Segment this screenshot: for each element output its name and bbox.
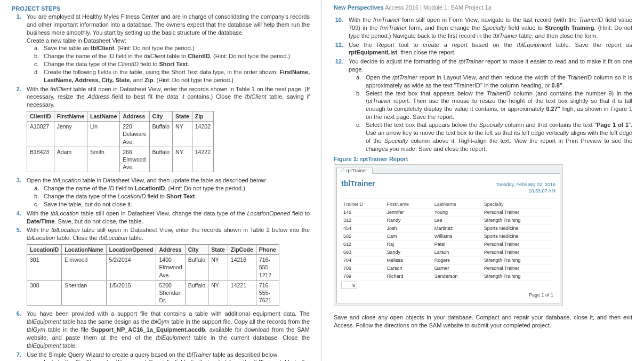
steps-left: 1. You are employed at Healthy Myles Fit… [12,13,310,361]
closing-instructions: Save and close any open objects in your … [334,314,632,330]
left-page: PROJECT STEPS 1. You are employed at Hea… [0,0,322,361]
report-page-footer: Page 1 of 1 [341,289,556,299]
step-11: Use the Report tool to create a report b… [349,41,632,57]
step-5: With the tblLocation table still open in… [27,226,310,309]
section-title: PROJECT STEPS [12,5,310,12]
report-tab: 📄 rptTrainer [336,167,373,174]
report-timestamp: Tuesday, February 02, 201610:33:07 AM [496,182,556,194]
table-1-client: ClientIDFirstNameLastNameAddressCityStat… [27,111,214,172]
report-table: TrainerIDFirstNameLastNameSpecialty146Je… [341,200,556,280]
step-10: With the frmTrainer form still open in F… [349,16,632,40]
table-2-location: LocationIDLocationNameLocationOpenedAddr… [27,244,279,306]
steps-right: 10. With the frmTrainer form still open … [334,16,632,153]
right-page: New Perspectives Access 2016 | Module 1:… [322,0,644,361]
report-title: tblTrainer [341,179,375,188]
step-4: With the tblLocation table still open in… [27,210,310,226]
step-1: You are employed at Healthy Myles Fitnes… [27,13,310,84]
step-6: You have been provided with a support fi… [27,310,310,349]
step-2: With the tblClient table still open in D… [27,85,310,176]
report-count: 9 [341,282,357,289]
step-12: You decide to adjust the formatting of t… [349,58,632,153]
report-preview: 📄 rptTrainer tblTrainer Tuesday, Februar… [334,164,563,306]
step-7: Use the Simple Query Wizard to create a … [27,351,310,362]
step-3: Open the tblLocation table in Datasheet … [27,177,310,208]
page-header: New Perspectives Access 2016 | Module 1:… [334,4,632,11]
figure-caption: Figure 1: rptTrainer Report [334,156,632,162]
